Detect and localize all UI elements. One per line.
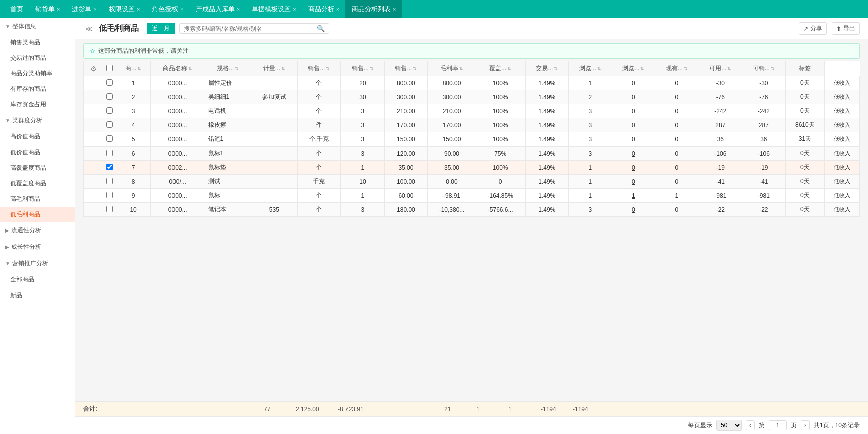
row-name-5[interactable]: 铅笔1: [205, 132, 251, 147]
per-page-select[interactable]: 50 100 200: [716, 420, 742, 431]
nav-item-goods-analysis-list[interactable]: 商品分析列表 ×: [345, 0, 402, 18]
row-browse1-1[interactable]: 0: [612, 76, 655, 90]
row-checkbox-5[interactable]: [106, 135, 113, 142]
row-checkbox-cell[interactable]: [103, 189, 116, 203]
nav-item-template[interactable]: 单据模板设置 ×: [246, 0, 302, 18]
sort-code-icon[interactable]: ⇅: [137, 66, 141, 71]
nav-item-product-in[interactable]: 产成品入库单 ×: [190, 0, 246, 18]
sort-gross-rate-icon[interactable]: ⇅: [459, 66, 463, 71]
row-checkbox-7[interactable]: [106, 164, 113, 170]
row-checkbox-4[interactable]: [106, 121, 113, 128]
select-all-checkbox[interactable]: [106, 65, 113, 71]
col-sellable[interactable]: 可销...⇅: [742, 61, 786, 76]
col-browse1[interactable]: 浏览...⇅: [569, 61, 612, 76]
sort-sale-profit-icon[interactable]: ⇅: [413, 66, 417, 71]
col-code[interactable]: 商...⇅: [116, 61, 150, 76]
col-tag[interactable]: 标签: [785, 61, 824, 76]
sort-unit-icon[interactable]: ⇅: [281, 66, 285, 71]
sidebar-item-stock-goods[interactable]: 有库存的商品: [0, 81, 75, 97]
sort-sale-qty-icon[interactable]: ⇅: [326, 66, 330, 71]
nav-item-permissions[interactable]: 权限设置 ×: [103, 0, 146, 18]
sort-current-icon[interactable]: ⇅: [684, 66, 688, 71]
row-name-2[interactable]: 吴细细1: [205, 90, 251, 104]
row-name-3[interactable]: 电话机: [205, 104, 251, 118]
sidebar-item-sales-goods[interactable]: 销售类商品: [0, 35, 75, 50]
row-checkbox-cell[interactable]: [103, 90, 116, 104]
row-name-6[interactable]: 鼠标1: [205, 147, 251, 161]
row-checkbox-cell[interactable]: [103, 104, 116, 118]
sidebar-item-traded-goods[interactable]: 交易过的商品: [0, 50, 75, 66]
sidebar-item-high-margin[interactable]: 高毛利商品: [0, 191, 75, 207]
row-browse1-7[interactable]: 0: [612, 161, 655, 175]
export-btn[interactable]: ⬆ 导出: [832, 22, 860, 35]
col-unit[interactable]: 计量...⇅: [251, 61, 298, 76]
sidebar-group-flow[interactable]: ▶ 流通性分析: [0, 222, 75, 239]
browse1-link-4[interactable]: 0: [632, 122, 635, 129]
page-number-input[interactable]: [769, 420, 787, 430]
row-checkbox-6[interactable]: [106, 150, 113, 156]
col-available[interactable]: 可用...⇅: [699, 61, 742, 76]
row-name-7[interactable]: 鼠标垫: [205, 161, 251, 175]
sidebar-item-high-value[interactable]: 高价值商品: [0, 129, 75, 144]
sort-name-icon[interactable]: ⇅: [188, 66, 192, 71]
row-checkbox-10[interactable]: [106, 206, 113, 212]
close-permissions-icon[interactable]: ×: [137, 6, 140, 12]
row-browse1-10[interactable]: 0: [612, 203, 655, 217]
row-checkbox-cell[interactable]: [103, 203, 116, 217]
col-name[interactable]: 商品名称⇅: [150, 61, 205, 76]
sort-sale-amount-icon[interactable]: ⇅: [370, 66, 374, 71]
close-sales-icon[interactable]: ×: [57, 6, 60, 12]
row-checkbox-2[interactable]: [106, 93, 113, 100]
row-checkbox-cell[interactable]: [103, 132, 116, 147]
row-checkbox-9[interactable]: [106, 192, 113, 198]
col-sale-qty[interactable]: 销售...⇅: [297, 61, 341, 76]
close-role-auth-icon[interactable]: ×: [180, 6, 183, 12]
row-browse1-8[interactable]: 0: [612, 175, 655, 189]
browse1-link-7[interactable]: 0: [632, 164, 635, 171]
row-checkbox-1[interactable]: [106, 79, 113, 86]
sidebar-item-high-coverage[interactable]: 高覆盖度商品: [0, 160, 75, 176]
row-checkbox-3[interactable]: [106, 107, 113, 114]
sidebar-collapse-btn[interactable]: ≪: [83, 25, 95, 33]
col-trade[interactable]: 交易...⇅: [525, 61, 569, 76]
col-sale-amount[interactable]: 销售...⇅: [341, 61, 385, 76]
row-checkbox-cell[interactable]: [103, 161, 116, 175]
sidebar-item-low-value[interactable]: 低价值商品: [0, 144, 75, 160]
browse1-link-3[interactable]: 0: [632, 108, 635, 115]
sort-browse1-icon[interactable]: ⇅: [597, 66, 601, 71]
row-name-4[interactable]: 橡皮擦: [205, 118, 251, 132]
nav-item-goods-analysis[interactable]: 商品分析 ×: [302, 0, 345, 18]
nav-item-role-auth[interactable]: 角色授权 ×: [146, 0, 189, 18]
browse1-link-1[interactable]: 0: [632, 80, 635, 87]
search-icon[interactable]: 🔍: [317, 25, 325, 32]
close-goods-analysis-list-icon[interactable]: ×: [393, 6, 396, 12]
browse1-link-6[interactable]: 0: [632, 150, 635, 157]
row-browse1-2[interactable]: 0: [612, 90, 655, 104]
sort-browse2-icon[interactable]: ⇅: [640, 66, 644, 71]
sidebar-group-cluster[interactable]: ▼ 类群度分析: [0, 112, 75, 129]
row-checkbox-cell[interactable]: [103, 175, 116, 189]
sidebar-item-low-margin[interactable]: 低毛利商品: [0, 207, 75, 222]
close-template-icon[interactable]: ×: [293, 6, 296, 12]
next-page-btn[interactable]: ›: [801, 420, 810, 430]
browse1-link-2[interactable]: 0: [632, 94, 635, 101]
row-checkbox-8[interactable]: [106, 178, 113, 184]
nav-item-purchase[interactable]: 进货单 ×: [66, 0, 102, 18]
col-sale-profit[interactable]: 销售...⇅: [384, 61, 428, 76]
row-checkbox-cell[interactable]: [103, 147, 116, 161]
nav-item-sales[interactable]: 销货单 ×: [29, 0, 66, 18]
prev-page-btn[interactable]: ‹: [746, 420, 755, 430]
sort-coverage-icon[interactable]: ⇅: [507, 66, 511, 71]
sidebar-group-growth[interactable]: ▶ 成长性分析: [0, 239, 75, 255]
settings-icon[interactable]: ⚙: [90, 65, 97, 73]
close-purchase-icon[interactable]: ×: [93, 6, 96, 12]
col-browse2[interactable]: 浏览...⇅: [612, 61, 655, 76]
search-input[interactable]: [184, 25, 317, 32]
sort-spec-icon[interactable]: ⇅: [235, 66, 239, 71]
row-name-10[interactable]: 笔记本: [205, 203, 251, 217]
browse1-link-8[interactable]: 0: [632, 178, 635, 185]
row-name-1[interactable]: 属性定价: [205, 76, 251, 90]
col-spec[interactable]: 规格...⇅: [205, 61, 251, 76]
filter-recent-month-btn[interactable]: 近一月: [147, 23, 175, 34]
row-browse1-4[interactable]: 0: [612, 118, 655, 132]
